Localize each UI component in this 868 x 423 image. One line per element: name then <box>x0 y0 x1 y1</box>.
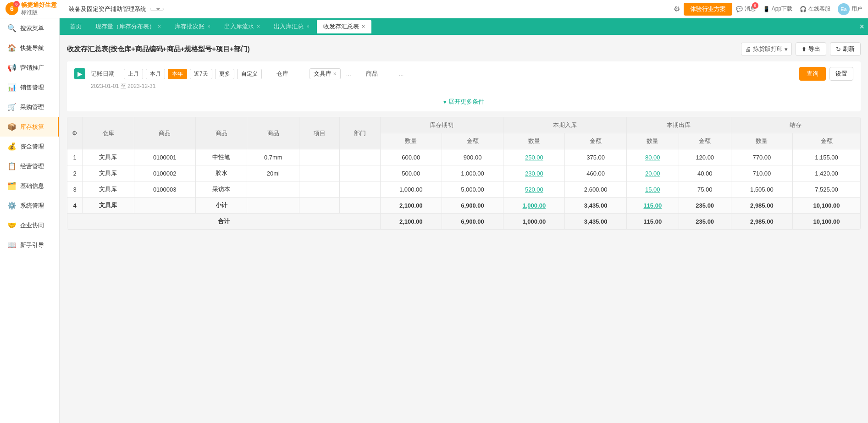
table-settings-col[interactable]: ⚙ <box>67 117 83 149</box>
col-group-inbound: 本期入库 <box>503 117 627 133</box>
date-btn-more[interactable]: 更多 <box>215 69 234 79</box>
col-out-amt: 金额 <box>679 133 731 149</box>
sidebar-item-inventory[interactable]: 📦 库存核算 <box>0 117 59 137</box>
tab-inout-flow-label: 出入库流水 <box>224 22 254 31</box>
row-in-qty[interactable]: 230.00 <box>503 165 565 181</box>
sidebar-label-marketing: 营销推广 <box>20 64 44 72</box>
col-group-closing: 结存 <box>731 117 860 133</box>
sidebar-item-purchase[interactable]: 🛒 采购管理 <box>0 97 59 117</box>
col-spec: 商品 <box>247 117 299 149</box>
tab-recv-send-close[interactable]: × <box>362 23 365 30</box>
row-close-amt: 1,420.00 <box>793 165 861 181</box>
row-in-qty[interactable]: 250.00 <box>503 149 565 165</box>
clipboard-icon: 📋 <box>7 162 17 170</box>
tab-inout-summary-close[interactable]: × <box>306 23 310 30</box>
row-in-amt: 460.00 <box>565 165 626 181</box>
tab-inout-summary[interactable]: 出入库汇总 × <box>267 20 316 33</box>
warehouse-more-btn[interactable]: ... <box>346 71 351 77</box>
row-open-qty: 1,000.00 <box>380 181 442 198</box>
tab-inout-flow-close[interactable]: × <box>257 23 260 30</box>
tab-stock-dist-label: 现存量（库存分布表） <box>95 22 155 31</box>
footer-in-amt: 3,435.00 <box>565 214 626 230</box>
row-out-qty[interactable]: 15.00 <box>626 181 679 198</box>
date-btn-thismonth[interactable]: 本月 <box>146 69 165 79</box>
notifications-btn[interactable]: 💬 消息 6 <box>736 5 756 13</box>
logo-badge: 6 <box>13 1 20 7</box>
footer-label: 合计 <box>67 214 381 230</box>
trial-button[interactable]: 体验行业方案 <box>684 3 732 16</box>
sidebar-item-marketing[interactable]: 📢 营销推广 <box>0 58 59 77</box>
row-out-qty[interactable]: 20.00 <box>626 165 679 181</box>
row-open-amt: 6,900.00 <box>442 198 503 214</box>
sidebar-item-system[interactable]: ⚙️ 系统管理 <box>0 196 59 215</box>
online-service-btn[interactable]: 🎧 在线客服 <box>800 5 830 13</box>
warehouse-filter-label: 仓库 <box>276 70 304 78</box>
megaphone-icon: 📢 <box>7 63 17 72</box>
query-button[interactable]: 查询 <box>799 67 826 81</box>
user-btn[interactable]: Ea 用户 <box>838 3 862 15</box>
settings-icon[interactable]: ⚙ <box>674 5 680 13</box>
date-btn-thisyear[interactable]: 本年 <box>168 69 187 79</box>
row-out-qty[interactable]: 80.00 <box>626 149 679 165</box>
book-icon: 📖 <box>7 241 17 249</box>
print-dropdown-btn[interactable]: 🖨 拣货版打印 ▾ <box>741 43 792 55</box>
row-in-qty[interactable]: 1,000.00 <box>503 198 565 214</box>
sidebar-item-quicknav[interactable]: 🏠 快捷导航 <box>0 38 59 58</box>
sidebar-label-inventory: 库存核算 <box>20 123 44 131</box>
tab-recv-send[interactable]: 收发存汇总表 × <box>317 20 371 33</box>
app-download-label: App下载 <box>772 5 792 13</box>
tab-stock-dist-close[interactable]: × <box>158 23 161 30</box>
handshake-icon: 🤝 <box>7 221 17 230</box>
sidebar-item-guide[interactable]: 📖 新手引导 <box>0 235 59 255</box>
sidebar-item-operations[interactable]: 📋 经营管理 <box>0 156 59 176</box>
logo-icon: 6 6 <box>6 2 18 15</box>
tab-home[interactable]: 首页 <box>63 20 88 33</box>
tabs-bar: 首页 现存量（库存分布表） × 库存批次账 × 出入库流水 × 出入库汇总 × … <box>60 18 868 35</box>
filter-section: ▶ 记账日期 上月 本月 本年 近7天 更多 自定义 仓库 文具库 × <box>67 61 861 111</box>
sidebar-label-quicknav: 快捷导航 <box>20 44 44 52</box>
expand-conditions-btn[interactable]: ▾ 展开更多条件 <box>443 98 484 106</box>
date-filter-label: 记账日期 <box>91 70 118 78</box>
row-no: 2 <box>67 165 83 181</box>
sidebar-item-basic[interactable]: 🗂️ 基础信息 <box>0 176 59 196</box>
warehouse-tag-close[interactable]: × <box>333 71 337 77</box>
sidebar-item-search[interactable]: 🔍 搜索菜单 <box>0 18 59 38</box>
top-right-actions: 💬 消息 6 📱 App下载 🎧 在线客服 Ea 用户 <box>736 3 862 15</box>
footer-open-qty: 2,100.00 <box>380 214 442 230</box>
tabs-close-all-btn[interactable]: × <box>859 22 864 32</box>
system-title: 装备及固定资产辅助管理系统 <box>69 5 670 13</box>
tab-inout-flow[interactable]: 出入库流水 × <box>218 20 266 33</box>
row-project <box>299 149 340 165</box>
table-row: 3文具库0100003采访本1,000.005,000.00520.002,60… <box>67 181 861 198</box>
sidebar-item-sales[interactable]: 📊 销售管理 <box>0 77 59 97</box>
sidebar-label-guide: 新手引导 <box>20 241 44 249</box>
refresh-icon: ↻ <box>836 46 841 53</box>
date-btn-7days[interactable]: 近7天 <box>190 69 212 79</box>
sidebar-item-finance[interactable]: 💰 资金管理 <box>0 137 59 156</box>
tab-recv-send-label: 收发存汇总表 <box>323 22 359 31</box>
row-in-qty[interactable]: 520.00 <box>503 181 565 198</box>
export-icon: ⬆ <box>802 46 807 53</box>
tab-stock-dist[interactable]: 现存量（库存分布表） × <box>89 20 167 33</box>
export-btn[interactable]: ⬆ 导出 <box>796 42 826 56</box>
row-code: 0100002 <box>134 165 195 181</box>
settings-button[interactable]: 设置 <box>829 67 853 81</box>
page-title: 收发存汇总表(按仓库+商品编码+商品+规格型号+项目+部门) <box>67 45 250 54</box>
col-dept: 部门 <box>340 117 380 149</box>
row-out-qty[interactable]: 115.00 <box>626 198 679 214</box>
system-select-btn[interactable] <box>150 8 164 11</box>
refresh-btn[interactable]: ↻ 刷新 <box>830 42 861 56</box>
sidebar-item-collab[interactable]: 🤝 企业协同 <box>0 215 59 235</box>
app-download-btn[interactable]: 📱 App下载 <box>763 5 792 13</box>
tab-batch[interactable]: 库存批次账 × <box>168 20 217 33</box>
date-btn-custom[interactable]: 自定义 <box>237 69 262 79</box>
goods-more-btn[interactable]: ... <box>399 71 404 77</box>
filter-toggle-btn[interactable]: ▶ <box>74 68 85 79</box>
cart-icon: 🛒 <box>7 103 17 111</box>
row-open-qty: 500.00 <box>380 165 442 181</box>
tab-batch-close[interactable]: × <box>207 23 210 30</box>
row-spec <box>247 198 299 214</box>
date-btn-lastmonth[interactable]: 上月 <box>124 69 143 79</box>
row-warehouse: 文具库 <box>83 149 134 165</box>
footer-in-qty: 1,000.00 <box>503 214 565 230</box>
